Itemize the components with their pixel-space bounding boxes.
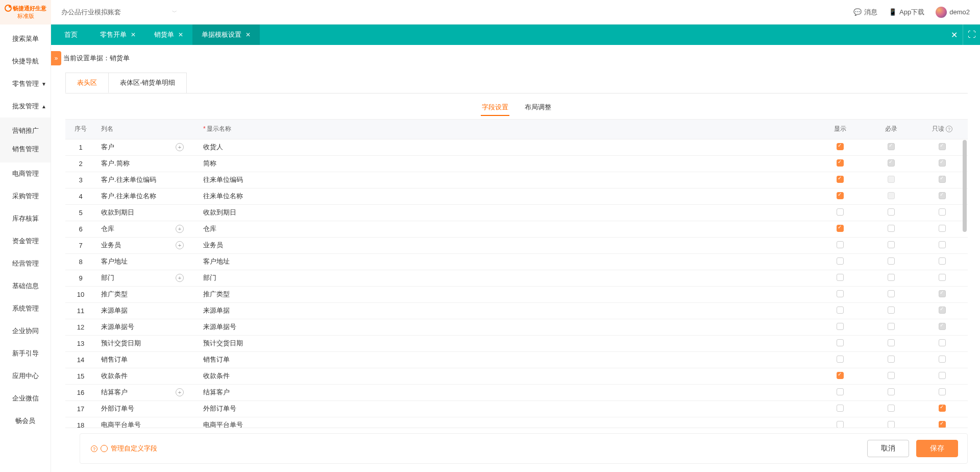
cell-dispname[interactable]: 电商平台单号: [198, 417, 815, 428]
close-icon[interactable]: ✕: [178, 31, 183, 38]
checkbox-required[interactable]: [888, 208, 895, 216]
checkbox-readonly[interactable]: [939, 339, 946, 346]
sidebar-item[interactable]: 库存核算: [0, 207, 51, 230]
checkbox-required[interactable]: [888, 274, 895, 281]
sidebar-item[interactable]: 系统管理: [0, 297, 51, 320]
checkbox-required[interactable]: [888, 257, 895, 265]
checkbox-readonly[interactable]: [939, 421, 946, 428]
cell-dispname[interactable]: 简称: [198, 155, 815, 172]
sidebar-item[interactable]: 采购管理: [0, 185, 51, 207]
manage-custom-fields-link[interactable]: ? 管理自定义字段: [89, 444, 157, 453]
sidebar-subitem[interactable]: 销售管理: [0, 140, 51, 158]
checkbox-required[interactable]: [888, 372, 895, 379]
close-icon[interactable]: ✕: [246, 31, 251, 38]
checkbox-required[interactable]: [888, 225, 895, 232]
help-icon[interactable]: ?: [91, 445, 97, 452]
cell-dispname[interactable]: 仓库: [198, 221, 815, 237]
checkbox-required[interactable]: [888, 290, 895, 297]
checkbox-required[interactable]: [888, 241, 895, 248]
scrollbar-thumb[interactable]: [963, 140, 967, 232]
section-tab[interactable]: 表体区-销货单明细: [108, 73, 187, 93]
checkbox-readonly[interactable]: [939, 405, 946, 412]
checkbox-readonly[interactable]: [939, 208, 946, 216]
cell-dispname[interactable]: 部门: [198, 270, 815, 286]
sidebar-item[interactable]: 批发管理▲: [0, 95, 51, 117]
sub-tab[interactable]: 字段设置: [481, 100, 509, 116]
help-icon[interactable]: ?: [946, 126, 952, 132]
cell-dispname[interactable]: 往来单位名称: [198, 188, 815, 204]
checkbox-show[interactable]: [837, 241, 844, 248]
checkbox-show[interactable]: [837, 372, 844, 379]
cell-dispname[interactable]: 客户地址: [198, 253, 815, 270]
sidebar-item[interactable]: 搜索菜单: [0, 28, 51, 50]
checkbox-show[interactable]: [837, 208, 844, 216]
checkbox-show[interactable]: [837, 356, 844, 363]
close-icon[interactable]: ✕: [131, 31, 136, 38]
cell-dispname[interactable]: 推广类型: [198, 286, 815, 302]
checkbox-readonly[interactable]: [939, 372, 946, 379]
cell-dispname[interactable]: 收款到期日: [198, 204, 815, 221]
sidebar-item[interactable]: 畅会员: [0, 410, 51, 432]
add-subfield-icon[interactable]: +: [176, 388, 184, 396]
cell-dispname[interactable]: 结算客户: [198, 384, 815, 400]
cell-dispname[interactable]: 销售订单: [198, 351, 815, 368]
tab[interactable]: 首页: [51, 25, 91, 45]
checkbox-show[interactable]: [837, 323, 844, 330]
sidebar-item[interactable]: 快捷导航: [0, 50, 51, 73]
checkbox-required[interactable]: [888, 356, 895, 363]
checkbox-show[interactable]: [837, 257, 844, 265]
sidebar-item[interactable]: 新手引导: [0, 342, 51, 365]
user-menu[interactable]: demo2: [936, 7, 970, 18]
field-table-wrap[interactable]: 序号 列名 *显示名称 显示 必录 只读? 1客户+收货人2客户.简称简称3客户…: [65, 119, 968, 428]
sidebar-item[interactable]: 经营管理: [0, 252, 51, 275]
checkbox-readonly[interactable]: [939, 356, 946, 363]
checkbox-show[interactable]: [837, 306, 844, 314]
checkbox-readonly[interactable]: [939, 257, 946, 265]
save-button[interactable]: 保存: [916, 440, 958, 457]
checkbox-show[interactable]: [837, 192, 844, 199]
checkbox-show[interactable]: [837, 339, 844, 346]
checkbox-readonly[interactable]: [939, 225, 946, 232]
add-subfield-icon[interactable]: +: [176, 274, 184, 282]
checkbox-show[interactable]: [837, 274, 844, 281]
cell-dispname[interactable]: 来源单据: [198, 302, 815, 319]
checkbox-readonly[interactable]: [939, 388, 946, 395]
cell-dispname[interactable]: 收货人: [198, 139, 815, 155]
checkbox-show[interactable]: [837, 388, 844, 395]
checkbox-show[interactable]: [837, 159, 844, 167]
cell-dispname[interactable]: 收款条件: [198, 368, 815, 384]
sidebar-item[interactable]: 资金管理: [0, 230, 51, 252]
checkbox-required[interactable]: [888, 323, 895, 330]
checkbox-required[interactable]: [888, 405, 895, 412]
sidebar-item[interactable]: 基础信息: [0, 275, 51, 297]
checkbox-required[interactable]: [888, 421, 895, 428]
cell-dispname[interactable]: 外部订单号: [198, 400, 815, 417]
section-tab[interactable]: 表头区: [65, 73, 109, 93]
checkbox-required[interactable]: [888, 306, 895, 314]
sidebar-subitem[interactable]: 营销推广: [0, 122, 51, 140]
tab[interactable]: 销货单✕: [145, 25, 192, 45]
expand-panel-handle[interactable]: »: [51, 51, 61, 65]
add-subfield-icon[interactable]: +: [176, 241, 184, 249]
sidebar-item[interactable]: 企业协同: [0, 320, 51, 342]
checkbox-show[interactable]: [837, 290, 844, 297]
cell-dispname[interactable]: 来源单据号: [198, 319, 815, 335]
cell-dispname[interactable]: 往来单位编码: [198, 172, 815, 188]
add-subfield-icon[interactable]: +: [176, 225, 184, 233]
tab[interactable]: 单据模板设置✕: [192, 25, 260, 45]
checkbox-readonly[interactable]: [939, 274, 946, 281]
cell-dispname[interactable]: 业务员: [198, 237, 815, 253]
checkbox-readonly[interactable]: [939, 241, 946, 248]
checkbox-show[interactable]: [837, 405, 844, 412]
tab[interactable]: 零售开单✕: [91, 25, 145, 45]
fullscreen-toggle[interactable]: ⛶: [963, 25, 980, 45]
sidebar-item[interactable]: 零售管理▼: [0, 73, 51, 95]
sub-tab[interactable]: 布局调整: [524, 100, 552, 116]
account-selector[interactable]: 办公品行业模拟账套 ﹀: [61, 8, 177, 17]
checkbox-show[interactable]: [837, 176, 844, 183]
checkbox-show[interactable]: [837, 143, 844, 150]
checkbox-required[interactable]: [888, 388, 895, 395]
cell-dispname[interactable]: 预计交货日期: [198, 335, 815, 351]
sidebar-item[interactable]: 电商管理: [0, 162, 51, 185]
app-download-button[interactable]: 📱App下载: [889, 8, 924, 17]
